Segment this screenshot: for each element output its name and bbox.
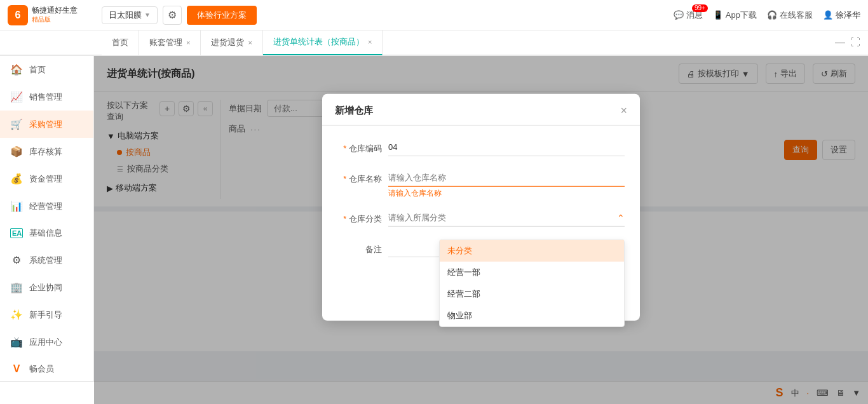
online-service-item[interactable]: 🎧 在线客服	[767, 10, 813, 21]
tab-action-minus-icon[interactable]: —	[835, 37, 845, 48]
category-input[interactable]	[388, 209, 625, 227]
messages-item[interactable]: 💬 消息 99+	[674, 10, 703, 21]
logo-text: 畅捷通好生意	[32, 6, 78, 16]
app-center-icon: 📺	[10, 336, 23, 348]
sidebar-item-finance[interactable]: 💰 资金管理	[0, 165, 93, 192]
enterprise-icon: 🏢	[10, 281, 23, 293]
category-dropdown-list: 未分类 经营一部 经营二部 物业部	[439, 239, 625, 327]
tab-purchase-return[interactable]: 进货退货 ×	[201, 30, 262, 55]
system-icon: ⚙	[10, 254, 23, 266]
sidebar-item-sales[interactable]: 📈 销售管理	[0, 83, 93, 111]
sidebar-item-basic-info[interactable]: EA 基础信息	[0, 220, 93, 246]
sidebar: 🏠 首页 📈 销售管理 🛒 采购管理 📦 库存核算 💰 资金管理 📊 经营管理 …	[0, 56, 94, 404]
sidebar-item-inventory[interactable]: 📦 库存核算	[0, 138, 93, 165]
app-download-item[interactable]: 📱 App下载	[713, 10, 757, 21]
store-select[interactable]: 日太阳膜 ▼	[102, 6, 158, 24]
tab-action-expand-icon[interactable]: ⛶	[850, 37, 860, 48]
user-item[interactable]: 👤 徐泽华	[823, 10, 860, 21]
header-right: 💬 消息 99+ 📱 App下载 🎧 在线客服 👤 徐泽华	[674, 10, 860, 21]
form-row-category: * 仓库分类 ⌃ 未分类 经营一部 经营二部 物业部	[337, 209, 625, 229]
code-label: * 仓库编码	[337, 138, 388, 159]
logo-icon: 6	[8, 5, 28, 25]
home-icon: 🏠	[10, 64, 23, 76]
category-dropdown-icon[interactable]: ⌃	[617, 213, 625, 223]
category-label: * 仓库分类	[337, 209, 388, 229]
user-icon: 👤	[823, 10, 833, 20]
sidebar-item-operation[interactable]: 📊 经营管理	[0, 192, 93, 220]
sidebar-item-purchase[interactable]: 🛒 采购管理	[0, 111, 93, 138]
category-control: ⌃ 未分类 经营一部 经营二部 物业部	[388, 209, 625, 227]
header-middle: 日太阳膜 ▼ ⚙ 体验行业方案	[102, 6, 674, 25]
content-area: 进货单统计(按商品) 🖨 按模板打印 ▼ ↑ 导出 ↺ 刷新	[94, 56, 868, 404]
inventory-icon: 📦	[10, 145, 23, 158]
dialog-body: * 仓库编码 * 仓库名称 请输入仓库名称	[322, 126, 640, 283]
sidebar-item-newbie[interactable]: ✨ 新手引导	[0, 301, 93, 328]
basic-info-icon: EA	[10, 228, 23, 238]
tab-account[interactable]: 账套管理 ×	[139, 30, 201, 55]
sidebar-item-enterprise[interactable]: 🏢 企业协同	[0, 274, 93, 301]
sidebar-item-vip[interactable]: V 畅会员	[0, 356, 93, 382]
tab-close-icon[interactable]: ×	[248, 39, 252, 46]
tab-close-active-icon[interactable]: ×	[368, 38, 372, 46]
gear-icon: ⚙	[168, 9, 177, 21]
dialog-header: 新增仓库 ×	[322, 94, 640, 126]
sales-icon: 📈	[10, 91, 23, 103]
newbie-icon: ✨	[10, 309, 23, 321]
operation-icon: 📊	[10, 200, 23, 212]
sidebar-item-system[interactable]: ⚙ 系统管理	[0, 246, 93, 274]
store-select-arrow-icon: ▼	[144, 11, 151, 18]
form-row-code: * 仓库编码	[337, 138, 625, 159]
trial-button[interactable]: 体验行业方案	[187, 6, 257, 25]
tab-actions: — ⛶	[835, 37, 868, 48]
name-error-msg: 请输入仓库名称	[388, 188, 625, 199]
gear-button[interactable]: ⚙	[163, 6, 182, 25]
phone-icon: 📱	[713, 10, 723, 20]
message-badge: 99+	[692, 4, 708, 12]
tab-home[interactable]: 首页	[102, 30, 139, 55]
dialog-close-button[interactable]: ×	[620, 104, 627, 118]
logo-badge: 精品版	[32, 15, 78, 24]
code-control	[388, 138, 625, 156]
name-control: 请输入仓库名称	[388, 169, 625, 199]
code-input[interactable]	[388, 138, 625, 156]
sidebar-item-app-center[interactable]: 📺 应用中心	[0, 328, 93, 356]
message-icon: 💬	[674, 10, 684, 20]
main-layout: 🏠 首页 📈 销售管理 🛒 采购管理 📦 库存核算 💰 资金管理 📊 经营管理 …	[0, 56, 868, 404]
dropdown-option-dept1[interactable]: 经营一部	[440, 262, 624, 283]
dropdown-option-dept3[interactable]: 物业部	[440, 305, 624, 327]
vip-icon: V	[10, 363, 23, 375]
note-label: 备注	[337, 239, 388, 260]
finance-icon: 💰	[10, 173, 23, 185]
tab-close-icon[interactable]: ×	[186, 39, 190, 46]
form-row-name: * 仓库名称 请输入仓库名称	[337, 169, 625, 199]
dropdown-option-unclassified[interactable]: 未分类	[440, 240, 624, 262]
purchase-icon: 🛒	[10, 118, 23, 130]
logo-area: 6 畅捷通好生意 精品版	[8, 5, 102, 25]
top-header: 6 畅捷通好生意 精品版 日太阳膜 ▼ ⚙ 体验行业方案 💬 消息 99+ 📱 …	[0, 0, 868, 30]
tab-bar: 首页 账套管理 × 进货退货 × 进货单统计表（按商品） × — ⛶	[0, 30, 868, 56]
user-name: 徐泽华	[836, 10, 860, 21]
dropdown-option-dept2[interactable]: 经营二部	[440, 283, 624, 305]
name-label: * 仓库名称	[337, 169, 388, 189]
tab-purchase-stats[interactable]: 进货单统计表（按商品） ×	[263, 30, 383, 55]
headset-icon: 🎧	[767, 10, 777, 20]
sidebar-item-home[interactable]: 🏠 首页	[0, 56, 93, 83]
name-input[interactable]	[388, 169, 625, 187]
dialog-title: 新增仓库	[335, 105, 373, 117]
add-warehouse-dialog: 新增仓库 × * 仓库编码 * 仓库名称	[322, 94, 640, 321]
